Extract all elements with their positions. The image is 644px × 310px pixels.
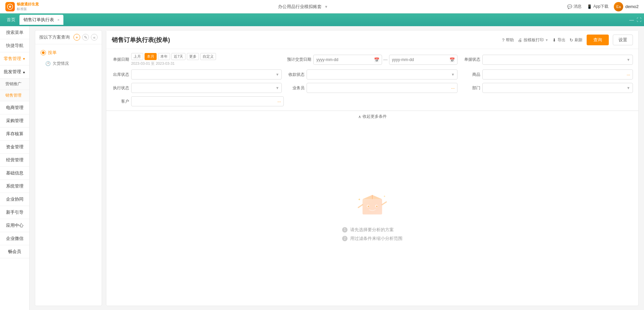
sidebar-item-wechat[interactable]: 企业微信 — [0, 232, 29, 245]
empty-tips: 1 请先选择要分析的方案 2 用过滤条件来缩小分析范围 — [342, 227, 402, 242]
sidebar-item-wholesale[interactable]: 批发管理 ▲ — [0, 65, 29, 79]
sidebar-item-newbie[interactable]: 新手引导 — [0, 206, 29, 219]
filter-out-status-item: 出库状态 ▼ — [112, 69, 282, 80]
left-panel-title: 按以下方案查询 — [39, 34, 70, 40]
left-panel-body: 按单 🕐 欠货情况 — [35, 44, 102, 71]
date-btn-this-month[interactable]: 本月 — [145, 53, 157, 60]
query-btn[interactable]: 查询 — [587, 35, 609, 45]
right-content: 销售订单执行表(按单) ? 帮助 🖨 按模板打印 ▼ ⬇ — [106, 30, 639, 306]
tab-sales-order[interactable]: 销售订单执行表 × — [19, 15, 63, 25]
message-icon: 💬 — [567, 4, 572, 9]
date-range-display: 2023-03-01 至 2023-03-31 — [131, 61, 282, 66]
date-range-predicted: 📅 — 📅 — [313, 55, 457, 65]
sidebar-item-system[interactable]: 系统管理 — [0, 180, 29, 193]
filter-row-3: 执行状态 ▼ 业务员 ·· — [112, 83, 633, 93]
sidebar-item-member[interactable]: 畅会员 — [0, 245, 29, 258]
sidebar-item-search[interactable]: 搜索菜单 — [0, 26, 29, 39]
date-end-input[interactable] — [389, 55, 458, 65]
filter-exec-status-select[interactable] — [131, 83, 282, 93]
tip-text-2: 用过滤条件来缩小分析范围 — [350, 236, 402, 242]
app-download-btn[interactable]: 📱 App下载 — [587, 4, 608, 9]
tab-minimize-icon[interactable]: — — [629, 17, 634, 22]
filter-exec-status-item: 执行状态 ▼ — [112, 83, 282, 93]
message-btn[interactable]: 💬 消息 — [567, 4, 582, 9]
filter-goods-item: 商品 ··· — [463, 69, 633, 80]
filter-date-item: 单据日期 上月 本月 本年 近7天 更多 自定义 20 — [112, 53, 282, 66]
date-separator: — — [383, 57, 388, 62]
filter-date-content: 上月 本月 本年 近7天 更多 自定义 2023-03-01 至 2023-03… — [131, 53, 282, 66]
help-btn[interactable]: ? 帮助 — [502, 37, 514, 43]
filter-dept-select[interactable] — [482, 83, 633, 93]
salesman-ellipsis-btn[interactable]: ··· — [451, 86, 455, 91]
filter-receipt-status-select[interactable] — [307, 69, 457, 80]
filter-predicted-date-label: 预计交货日期 — [287, 57, 311, 62]
sidebar-item-operation[interactable]: 经营管理 — [0, 154, 29, 167]
filter-customer-label: 客户 — [112, 99, 129, 104]
filter-salesman-item: 业务员 ··· — [287, 83, 457, 93]
scheme-item-debt[interactable]: 🕐 欠货情况 — [35, 58, 102, 69]
empty-state: ✦ ✦ 1 请先选择要分析的方案 2 用过滤条件来缩小分析范围 — [106, 122, 638, 306]
industry-selector-arrow[interactable]: ▼ — [324, 5, 328, 9]
date-start-input[interactable] — [313, 55, 382, 65]
sidebar-item-corp[interactable]: 企业协同 — [0, 193, 29, 206]
logo-icon — [5, 2, 15, 11]
sidebar-item-apps[interactable]: 应用中心 — [0, 219, 29, 232]
header-center[interactable]: 办公用品行业模拟账套 ▼ — [278, 4, 328, 10]
collapse-bar[interactable]: ∧ 收起更多条件 — [106, 111, 638, 122]
filter-area: 单据日期 上月 本月 本年 近7天 更多 自定义 20 — [106, 49, 638, 111]
tab-bar-right: — ⛶ — [629, 17, 641, 22]
filter-salesman-control: ··· — [307, 83, 457, 93]
tab-close-btn[interactable]: × — [57, 18, 59, 22]
sidebar-sub-wholesale: 营销推广 销售管理 — [0, 79, 29, 101]
sidebar-item-ecommerce[interactable]: 电商管理 — [0, 101, 29, 114]
filter-out-status-select[interactable] — [131, 69, 282, 80]
date-btn-more[interactable]: 更多 — [187, 53, 199, 60]
sidebar-item-retail[interactable]: 零售管理 ▼ — [0, 52, 29, 65]
filter-receipt-status-item: 收款状态 ▼ — [287, 69, 457, 80]
tab-home[interactable]: 首页 — [3, 15, 19, 25]
clock-icon: 🕐 — [45, 61, 51, 66]
settings-btn[interactable]: 设置 — [613, 35, 633, 45]
filter-dept-label: 部门 — [463, 85, 480, 91]
template-print-btn[interactable]: 🖨 按模板打印 ▼ — [518, 37, 548, 43]
filter-customer-control: ··· — [131, 96, 284, 106]
refresh-btn[interactable]: ↻ 刷新 — [570, 37, 583, 43]
filter-date-label: 单据日期 — [112, 57, 129, 62]
sidebar-item-quicknav[interactable]: 快捷导航 — [0, 39, 29, 52]
sidebar-item-marketing[interactable]: 营销推广 — [0, 79, 29, 90]
edit-scheme-btn[interactable]: ✎ — [82, 34, 89, 41]
date-btn-custom[interactable]: 自定义 — [200, 53, 216, 60]
sidebar-item-purchase[interactable]: 采购管理 — [0, 114, 29, 127]
customer-ellipsis-btn[interactable]: ··· — [277, 99, 281, 104]
filter-exec-status-control: ▼ — [131, 83, 282, 93]
filter-goods-control: ··· — [482, 69, 633, 80]
date-btn-this-year[interactable]: 本年 — [158, 53, 170, 60]
sidebar-item-sales[interactable]: 销售管理 — [0, 90, 29, 101]
filter-goods-input[interactable] — [482, 69, 633, 80]
top-header: 畅捷通好生意 标准版 办公用品行业模拟账套 ▼ 💬 消息 📱 App下载 Ea … — [0, 0, 644, 13]
username: demo2 — [625, 4, 639, 9]
left-panel: 按以下方案查询 + ✎ « — [35, 30, 102, 306]
date-btn-last-month[interactable]: 上月 — [131, 53, 143, 60]
date-btn-7days[interactable]: 近7天 — [171, 53, 185, 60]
scheme-item-order[interactable]: 按单 — [35, 47, 102, 58]
goods-ellipsis-btn[interactable]: ··· — [627, 72, 630, 77]
page-header-actions: ? 帮助 🖨 按模板打印 ▼ ⬇ 导出 ↻ — [502, 35, 633, 45]
tab-expand-icon[interactable]: ⛶ — [637, 17, 641, 22]
user-avatar: Ea — [614, 2, 623, 11]
logo-text: 畅捷通好生意 标准版 — [17, 2, 39, 11]
filter-out-status-label: 出库状态 — [112, 72, 129, 78]
add-scheme-btn[interactable]: + — [73, 34, 80, 41]
export-btn[interactable]: ⬇ 导出 — [552, 37, 566, 43]
left-panel-header: 按以下方案查询 + ✎ « — [35, 31, 102, 44]
collapse-panel-btn[interactable]: « — [91, 34, 98, 41]
filter-salesman-input[interactable] — [307, 83, 457, 93]
filter-customer-input[interactable] — [131, 96, 284, 106]
user-area[interactable]: Ea demo2 — [614, 2, 639, 11]
filter-doc-status-select[interactable] — [482, 55, 633, 65]
sidebar-item-finance[interactable]: 资金管理 — [0, 141, 29, 154]
page-header: 销售订单执行表(按单) ? 帮助 🖨 按模板打印 ▼ ⬇ — [106, 31, 638, 49]
filter-dept-item: 部门 ▼ — [463, 83, 633, 93]
sidebar-item-inventory[interactable]: 库存核算 — [0, 127, 29, 141]
sidebar-item-basic[interactable]: 基础信息 — [0, 167, 29, 180]
